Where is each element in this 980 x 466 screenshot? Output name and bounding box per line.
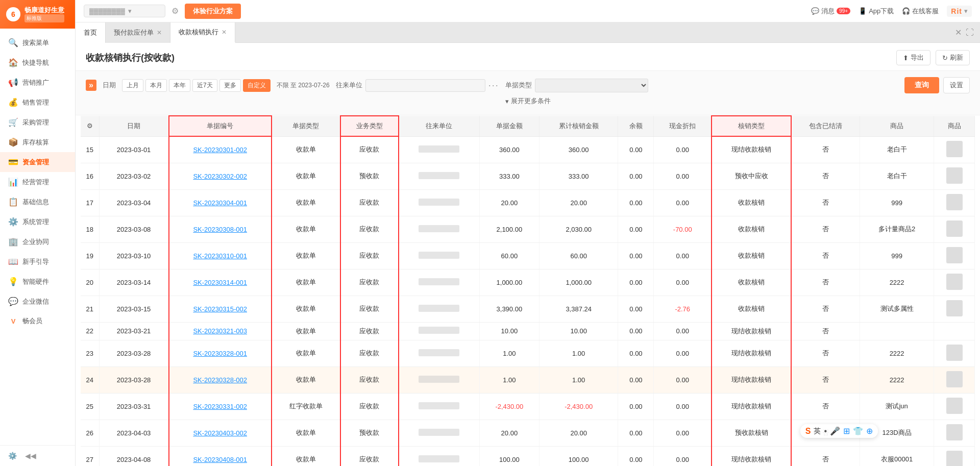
td-product-img — [934, 366, 975, 393]
td-bill-no: SK-20230310-001 — [169, 242, 272, 269]
td-amount: 1.00 — [479, 340, 539, 366]
td-balance: 0.00 — [618, 189, 654, 216]
watermark-share-icon[interactable]: ⊕ — [866, 426, 873, 436]
td-product-img — [934, 296, 975, 322]
td-unit — [399, 269, 480, 296]
bill-no-link[interactable]: SK-20230310-001 — [193, 252, 247, 260]
bill-no-link[interactable]: SK-20230403-002 — [193, 429, 247, 437]
fullscreen-icon[interactable]: ⛶ — [966, 28, 974, 37]
td-unit — [399, 163, 480, 189]
date-btn-this-month[interactable]: 本月 — [145, 79, 167, 92]
date-btn-7days[interactable]: 近7天 — [192, 79, 217, 92]
bill-no-link[interactable]: SK-20230301-002 — [193, 146, 247, 154]
bill-no-link[interactable]: SK-20230408-001 — [193, 456, 247, 463]
unit-input[interactable] — [365, 79, 485, 92]
settings-footer-icon[interactable]: ⚙️ — [8, 452, 17, 460]
th-settings[interactable]: ⚙ — [81, 116, 99, 136]
filter-toggle-button[interactable]: » — [86, 80, 96, 91]
td-unit — [399, 340, 480, 366]
bill-no-link[interactable]: SK-20230308-001 — [193, 226, 247, 233]
sidebar-item-inventory[interactable]: 📦 库存核算 — [0, 132, 75, 152]
bill-no-link[interactable]: SK-20230314-001 — [193, 279, 247, 286]
sidebar-item-basic[interactable]: 📋 基础信息 — [0, 192, 75, 212]
sidebar-item-wechat[interactable]: 💬 企业微信 — [0, 291, 75, 311]
messages-button[interactable]: 💬 消息 99+ — [811, 7, 850, 16]
td-biz-type: 应收款 — [340, 136, 399, 163]
filter-expand-row: ▾ 展开更多条件 — [86, 93, 970, 109]
td-writeoff: 100.00 — [539, 446, 618, 466]
date-btn-last-month[interactable]: 上月 — [122, 79, 143, 92]
td-bill-no: SK-20230328-002 — [169, 366, 272, 393]
td-writeoff: 2,030.00 — [539, 216, 618, 242]
bill-no-link[interactable]: SK-20230328-002 — [193, 376, 247, 384]
td-writeoff: 360.00 — [539, 136, 618, 163]
td-discount: 0.00 — [654, 269, 712, 296]
td-bill-no: SK-20230328-001 — [169, 340, 272, 366]
date-btn-more[interactable]: 更多 — [219, 79, 241, 92]
prepay-tab-close-icon[interactable]: ✕ — [157, 29, 162, 36]
td-no: 23 — [81, 340, 99, 366]
td-amount: 360.00 — [479, 136, 539, 163]
refresh-button[interactable]: ↻ 刷新 — [936, 50, 970, 65]
td-included: 否 — [791, 136, 860, 163]
td-unit — [399, 242, 480, 269]
tab-collection[interactable]: 收款核销执行 ✕ — [170, 22, 235, 43]
guide-icon: 📖 — [8, 257, 18, 266]
sidebar-item-guide[interactable]: 📖 新手引导 — [0, 252, 75, 272]
td-bill-no: SK-20230302-002 — [169, 163, 272, 189]
bill-no-link[interactable]: SK-20230331-002 — [193, 403, 247, 410]
expand-more-btn[interactable]: ▾ 展开更多条件 — [505, 96, 551, 106]
sidebar-item-finance[interactable]: 💳 资金管理 — [0, 152, 75, 172]
sidebar-item-search[interactable]: 🔍 搜索菜单 — [0, 33, 75, 53]
td-date: 2023-03-31 — [99, 393, 169, 420]
td-writeoff-type: 现结收款核销 — [712, 136, 791, 163]
td-date: 2023-03-02 — [99, 163, 169, 189]
settings-gear-icon[interactable]: ⚙ — [172, 6, 179, 16]
td-product-img — [934, 420, 975, 446]
sidebar-item-marketing[interactable]: 📢 营销推广 — [0, 72, 75, 92]
type-select[interactable] — [535, 79, 648, 92]
page-title: 收款核销执行(按收款) — [86, 52, 175, 64]
td-product-img — [934, 163, 975, 189]
home-tab-label: 首页 — [84, 28, 97, 37]
td-writeoff-type: 现结收款核销 — [712, 322, 791, 340]
sidebar-item-purchase[interactable]: 🛒 采购管理 — [0, 112, 75, 132]
tab-home[interactable]: 首页 — [76, 22, 106, 43]
bill-no-link[interactable]: SK-20230302-002 — [193, 173, 247, 180]
online-service-button[interactable]: 🎧 在线客服 — [902, 7, 939, 16]
bill-no-link[interactable]: SK-20230328-001 — [193, 350, 247, 357]
bill-no-link[interactable]: SK-20230321-003 — [193, 327, 247, 335]
sidebar-item-sales[interactable]: 💰 销售管理 — [0, 92, 75, 112]
user-menu[interactable]: Rit ▾ — [947, 6, 972, 17]
sidebar-item-system[interactable]: ⚙️ 系统管理 — [0, 212, 75, 232]
query-button[interactable]: 查询 — [904, 77, 939, 93]
sidebar-item-quick-nav[interactable]: 🏠 快捷导航 — [0, 53, 75, 72]
export-button[interactable]: ⬆ 导出 — [896, 50, 930, 65]
filter-settings-button[interactable]: 设置 — [943, 77, 970, 93]
sidebar-item-hardware[interactable]: 💡 智能硬件 — [0, 272, 75, 291]
tab-prepay[interactable]: 预付款应付单 ✕ — [106, 22, 170, 43]
sidebar-item-operations[interactable]: 📊 经营管理 — [0, 172, 75, 192]
bill-no-link[interactable]: SK-20230304-001 — [193, 199, 247, 207]
date-btn-custom[interactable]: 自定义 — [243, 79, 271, 92]
table-row: 23 2023-03-28 SK-20230328-001 收款单 应收款 1.… — [81, 340, 975, 366]
sidebar-item-label: 经营管理 — [22, 178, 49, 187]
sidebar-item-label: 采购管理 — [22, 118, 49, 127]
sidebar-item-enterprise[interactable]: 🏢 企业协同 — [0, 232, 75, 252]
app-download-button[interactable]: 📱 App下载 — [859, 7, 894, 16]
close-tab-icon[interactable]: ✕ — [955, 28, 962, 37]
td-discount: 0.00 — [654, 242, 712, 269]
watermark-mic-icon[interactable]: 🎤 — [830, 426, 840, 436]
sidebar-item-member[interactable]: V 畅会员 — [0, 311, 75, 331]
collection-tab-close-icon[interactable]: ✕ — [222, 29, 227, 36]
bill-no-link[interactable]: SK-20230315-002 — [193, 305, 247, 313]
collapse-sidebar-icon[interactable]: ◀◀ — [25, 452, 36, 460]
table-row: 15 2023-03-01 SK-20230301-002 收款单 应收款 36… — [81, 136, 975, 163]
date-btn-this-year[interactable]: 本年 — [169, 79, 190, 92]
workspace-selector[interactable]: ▓▓▓▓▓▓▓▓ ▾ — [84, 5, 165, 17]
td-biz-type: 应收款 — [340, 296, 399, 322]
solution-button[interactable]: 体验行业方案 — [185, 4, 241, 19]
watermark-grid-icon[interactable]: ⊞ — [843, 426, 850, 436]
sidebar-logo: 6 畅康道好生意 标推版 — [0, 0, 75, 29]
watermark-shirt-icon[interactable]: 👕 — [853, 426, 863, 436]
